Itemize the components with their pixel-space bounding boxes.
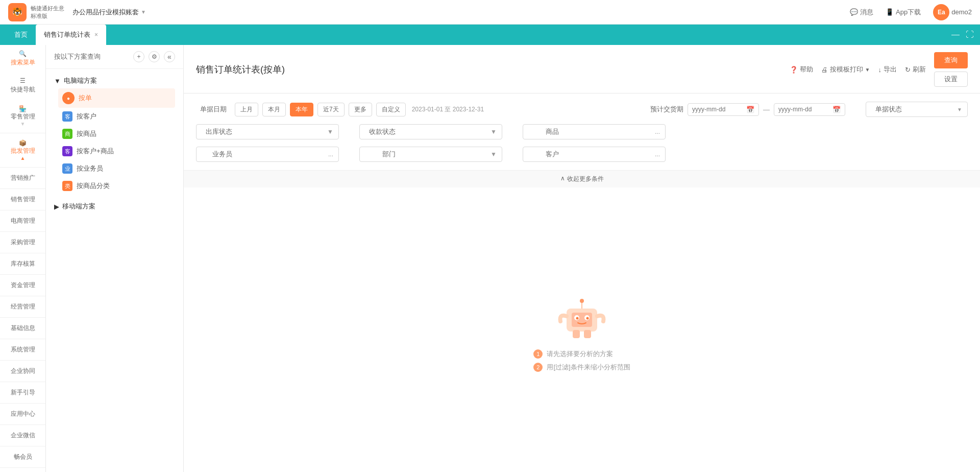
collapse-panel-btn[interactable]: « xyxy=(164,51,175,62)
sidebar-item-member[interactable]: 畅会员 xyxy=(0,446,45,468)
active-scheme-label: 按单 xyxy=(79,93,92,103)
svg-rect-1 xyxy=(572,313,592,327)
ship-status-select[interactable]: 出库状态 ▼ xyxy=(196,124,339,139)
date-range-text: 2023-01-01 至 2023-12-31 xyxy=(412,105,484,114)
this-month-btn[interactable]: 本月 xyxy=(262,103,286,116)
scheme-item-by-customer-product[interactable]: 客 按客户+商品 xyxy=(58,143,175,160)
sidebar-retail-label: 零售管理 xyxy=(11,112,35,121)
collapse-label: 收起更多条件 xyxy=(567,175,604,183)
sidebar-finance-label: 资金管理 xyxy=(11,281,35,290)
hint-1-text: 请先选择要分析的方案 xyxy=(547,349,613,359)
sidebar-item-management[interactable]: 经营管理 xyxy=(0,296,45,318)
last7days-btn[interactable]: 近7天 xyxy=(317,103,345,116)
expected-date-to[interactable]: 📅 xyxy=(774,103,845,116)
tab-home[interactable]: 首页 xyxy=(6,25,36,45)
dept-select[interactable]: 部门 ▼ xyxy=(359,147,502,162)
mobile-expand-arrow-icon: ▶ xyxy=(54,203,59,210)
scheme-item-by-staff[interactable]: 业 按业务员 xyxy=(58,160,175,177)
refresh-btn[interactable]: ↻ 刷新 xyxy=(905,65,926,74)
help-btn[interactable]: ❓ 帮助 xyxy=(790,65,813,74)
left-panel-title: 按以下方案查询 xyxy=(54,52,101,61)
order-dot-icon: ● xyxy=(67,96,70,101)
more-date-btn[interactable]: 更多 xyxy=(349,103,372,116)
export-btn[interactable]: ↓ 导出 xyxy=(878,65,897,74)
custom-date-btn[interactable]: 自定义 xyxy=(376,103,406,116)
sidebar-item-retail[interactable]: 🏪 零售管理 ▼ xyxy=(0,99,45,133)
tab-close-btn[interactable]: × xyxy=(94,31,98,38)
collapse-more-bar[interactable]: ∧ 收起更多条件 xyxy=(184,170,980,187)
sidebar-quick-nav[interactable]: ☰ 快捷导航 xyxy=(0,72,45,99)
minimize-icon[interactable]: — xyxy=(951,30,960,39)
empty-hint-1: 1 请先选择要分析的方案 xyxy=(533,349,630,359)
sidebar-item-newbie[interactable]: 新手引导 xyxy=(0,382,45,404)
doc-status-arrow-icon: ▼ xyxy=(957,107,962,112)
staff-more-icon: ... xyxy=(328,151,333,158)
this-year-btn[interactable]: 本年 xyxy=(290,103,313,116)
pc-expand-arrow-icon: ▼ xyxy=(54,77,61,85)
edit-scheme-btn[interactable]: ⚙ xyxy=(149,51,160,62)
product-scheme-icon: 商 xyxy=(62,129,72,139)
mobile-scheme-title[interactable]: ▶ 移动端方案 xyxy=(46,199,183,214)
staff-select[interactable]: 业务员 ... xyxy=(196,147,339,162)
message-label: 消息 xyxy=(860,8,873,17)
workspace-selector[interactable]: 办公用品行业模拟账套 ▼ xyxy=(72,8,146,17)
avatar: Ea xyxy=(933,4,949,20)
staff-scheme-label: 按业务员 xyxy=(77,164,103,173)
sidebar-item-basic[interactable]: 基础信息 xyxy=(0,318,45,339)
svg-rect-9 xyxy=(584,330,591,338)
content-area: 按以下方案查询 + ⚙ « ▼ 电脑端方案 xyxy=(46,45,980,472)
expected-date-from-input[interactable] xyxy=(692,106,743,113)
sidebar-item-collab[interactable]: 企业协同 xyxy=(0,361,45,382)
export-label: 导出 xyxy=(884,65,897,74)
maximize-icon[interactable]: ⛶ xyxy=(966,30,974,39)
workspace-name: 办公用品行业模拟账套 xyxy=(72,8,139,17)
sidebar-item-ecommerce[interactable]: 电商管理 xyxy=(0,210,45,232)
page-inner: 按以下方案查询 + ⚙ « ▼ 电脑端方案 xyxy=(46,45,980,472)
filter-area: 单据日期 上月 本月 本年 近7天 更多 自定义 2023-01-01 至 20… xyxy=(184,93,980,170)
sidebar-item-wechat[interactable]: 企业微信 xyxy=(0,425,45,446)
doc-status-select[interactable]: 单据状态 ▼ xyxy=(866,102,968,117)
sidebar-apps-label: 应用中心 xyxy=(11,410,35,418)
doc-status-label: 单据状态 xyxy=(871,105,902,114)
scheme-item-by-category[interactable]: 类 按商品分类 xyxy=(58,177,175,195)
sidebar-item-purchase[interactable]: 采购管理 xyxy=(0,232,45,253)
sidebar-basic-label: 基础信息 xyxy=(11,324,35,333)
sidebar-item-finance[interactable]: 资金管理 xyxy=(0,275,45,296)
message-btn[interactable]: 💬 消息 xyxy=(850,8,873,17)
settings-btn[interactable]: 设置 xyxy=(934,72,968,87)
query-btn[interactable]: 查询 xyxy=(934,52,968,68)
filter-row-2: 出库状态 ▼ 收款状态 ▼ 商品 ... xyxy=(196,124,968,139)
sidebar-sales-label: 销售管理 xyxy=(11,195,35,204)
active-tab-label: 销售订单统计表 xyxy=(44,30,90,39)
sidebar-item-apps[interactable]: 应用中心 xyxy=(0,404,45,425)
sidebar-search-label: 搜索菜单 xyxy=(11,58,35,67)
scheme-item-by-order[interactable]: ● 按单 xyxy=(58,88,175,108)
search-icon: 🔍 xyxy=(19,50,27,57)
sidebar-item-system[interactable]: 系统管理 xyxy=(0,339,45,361)
expected-date-from[interactable]: 📅 xyxy=(688,103,759,116)
sidebar-search[interactable]: 🔍 搜索菜单 xyxy=(0,45,45,72)
pc-scheme-group: ▼ 电脑端方案 ● 按单 客 xyxy=(46,73,183,195)
receive-status-select[interactable]: 收款状态 ▼ xyxy=(359,124,502,139)
tab-sales-summary[interactable]: 销售订单统计表 × xyxy=(36,25,106,45)
sidebar: 🔍 搜索菜单 ☰ 快捷导航 🏪 零售管理 ▼ 📦 批发管理 ▲ 营销推广 销售管… xyxy=(0,45,46,472)
pc-scheme-title[interactable]: ▼ 电脑端方案 xyxy=(54,73,175,88)
customer-more-icon: ... xyxy=(655,151,660,158)
add-scheme-btn[interactable]: + xyxy=(133,51,144,62)
scheme-item-by-product[interactable]: 商 按商品 xyxy=(58,125,175,143)
sidebar-item-inventory[interactable]: 库存核算 xyxy=(0,253,45,275)
staff-label: 业务员 xyxy=(202,150,232,159)
query-settings-group: 查询 设置 xyxy=(934,52,968,87)
print-btn[interactable]: 🖨 按模板打印 ▼ xyxy=(821,65,870,74)
expected-date-to-input[interactable] xyxy=(778,106,829,113)
sidebar-item-wholesale[interactable]: 📦 批发管理 ▲ xyxy=(0,133,45,168)
user-menu[interactable]: Ea demo2 xyxy=(933,4,972,20)
staff-scheme-icon: 业 xyxy=(62,163,72,174)
product-select[interactable]: 商品 ... xyxy=(523,124,666,139)
sidebar-item-sales[interactable]: 销售管理 xyxy=(0,189,45,210)
scheme-item-by-customer[interactable]: 客 按客户 xyxy=(58,108,175,125)
sidebar-item-marketing[interactable]: 营销推广 xyxy=(0,168,45,189)
app-download-btn[interactable]: 📱 App下载 xyxy=(886,8,921,17)
last-month-btn[interactable]: 上月 xyxy=(235,103,258,116)
customer-select[interactable]: 客户 ... xyxy=(523,147,666,162)
